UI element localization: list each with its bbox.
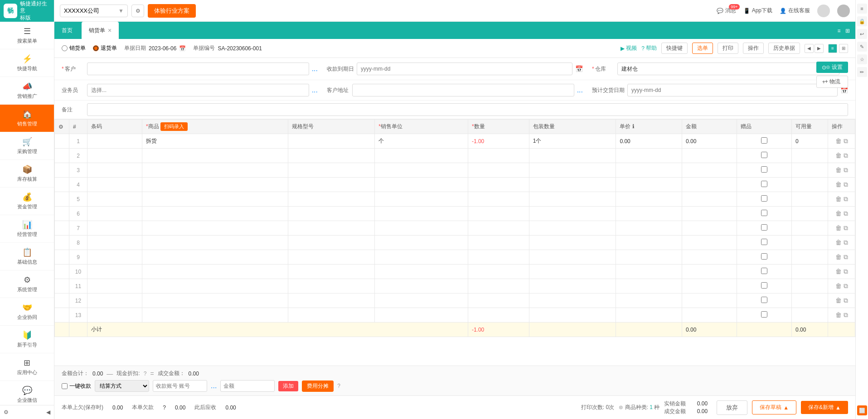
cell-spec-13[interactable] [288,308,375,323]
cell-qty-13[interactable] [468,308,529,323]
rsb-icon-edit[interactable]: ✎ [857,42,867,52]
sidebar-item-purchase[interactable]: 🛒 采购管理 [0,132,54,160]
sidebar-collapse-icon[interactable]: ◀ [46,409,50,415]
cell-unit-2[interactable] [375,149,468,163]
app-download-group[interactable]: 📱 App下载 [743,7,772,14]
row-delete-11[interactable]: 🗑 [835,282,842,290]
cell-product-1[interactable]: 拆货 [142,134,288,149]
cell-price-7[interactable] [616,221,682,236]
cell-spec-9[interactable] [288,250,375,265]
cell-price-13[interactable] [616,308,682,323]
cell-spec-7[interactable] [288,221,375,236]
cell-amount-8[interactable] [682,236,737,250]
radio-sales-order[interactable]: 销货单 [62,44,86,52]
message-group[interactable]: 💬 消息 99+ [717,7,736,14]
print-button[interactable]: 打印 [718,43,738,54]
cell-pack-13[interactable] [529,308,616,323]
cell-amount-2[interactable] [682,149,737,163]
cell-product-12[interactable] [142,294,288,308]
tab-close-icon[interactable]: × [108,27,112,34]
sidebar-item-search[interactable]: ☰ 搜索菜单 [0,22,54,49]
cell-gift-3[interactable] [737,163,791,178]
cell-product-10[interactable] [142,265,288,279]
salesperson-ellipsis[interactable]: ... [312,86,318,94]
cell-amount-13[interactable] [682,308,737,323]
view-grid-icon[interactable]: ⊞ [839,44,848,53]
cell-unit-4[interactable] [375,178,468,192]
cell-unit-9[interactable] [375,250,468,265]
row-copy-4[interactable]: ⧉ [844,181,848,188]
cell-price-4[interactable] [616,178,682,192]
save-new-dropdown-icon[interactable]: ▲ [835,405,841,411]
cell-pack-12[interactable] [529,294,616,308]
cell-qty-12[interactable] [468,294,529,308]
cell-pack-10[interactable] [529,265,616,279]
cell-spec-6[interactable] [288,207,375,221]
cell-qty-6[interactable] [468,207,529,221]
gift-checkbox-5[interactable] [761,195,767,202]
row-copy-11[interactable]: ⧉ [844,282,848,290]
cell-barcode-5[interactable] [87,192,142,207]
this-order-short-icon[interactable]: ? [163,405,166,411]
cell-spec-3[interactable] [288,163,375,178]
row-copy-13[interactable]: ⧉ [844,311,848,319]
row-delete-12[interactable]: 🗑 [835,297,842,304]
cell-amount-10[interactable] [682,265,737,279]
company-selector[interactable]: XXXXXX公司 ▼ [60,5,128,17]
cell-price-5[interactable] [616,192,682,207]
row-copy-12[interactable]: ⧉ [844,297,848,304]
cell-pack-9[interactable] [529,250,616,265]
cell-qty-7[interactable] [468,221,529,236]
gift-checkbox-13[interactable] [761,311,767,318]
warehouse-input[interactable] [617,63,839,75]
cell-price-10[interactable] [616,265,682,279]
rsb-icon-lock[interactable]: 🔒 [857,16,867,26]
sidebar-item-operation[interactable]: 📊 经营管理 [0,215,54,243]
customer-input[interactable] [87,63,309,75]
cell-unit-7[interactable] [375,221,468,236]
cell-pack-8[interactable] [529,236,616,250]
row-delete-1[interactable]: 🗑 [835,137,842,145]
cell-unit-5[interactable] [375,192,468,207]
cell-product-13[interactable] [142,308,288,323]
cell-price-6[interactable] [616,207,682,221]
video-link[interactable]: ▶ 视频 [621,44,637,52]
tab-layout-icon1[interactable]: ≡ [838,28,841,34]
customer-addr-ellipsis[interactable]: ... [577,86,583,94]
rsb-icon-undo[interactable]: ↩ [857,29,867,39]
amount-input[interactable] [220,380,275,392]
cell-barcode-2[interactable] [87,149,142,163]
flow-button[interactable]: + + 物流 [816,76,848,88]
cell-product-9[interactable] [142,250,288,265]
row-copy-7[interactable]: ⧉ [844,224,848,232]
cell-gift-13[interactable] [737,308,791,323]
customer-addr-input[interactable] [352,84,574,96]
cell-product-11[interactable] [142,279,288,294]
cell-unit-6[interactable] [375,207,468,221]
cell-unit-13[interactable] [375,308,468,323]
cell-gift-11[interactable] [737,279,791,294]
cell-barcode-10[interactable] [87,265,142,279]
date-calendar-icon[interactable]: 📅 [179,45,186,52]
cell-qty-5[interactable] [468,192,529,207]
fee-split-button[interactable]: 费用分摊 [302,380,334,392]
sidebar-settings-icon[interactable]: ⚙ [4,409,9,415]
cell-product-2[interactable] [142,149,288,163]
row-delete-8[interactable]: 🗑 [835,239,842,246]
tab-layout-icon2[interactable]: ⊞ [845,28,850,34]
row-delete-2[interactable]: 🗑 [835,152,842,159]
avatar2[interactable] [837,5,850,17]
cell-spec-4[interactable] [288,178,375,192]
sidebar-item-marketing[interactable]: 📣 营销推广 [0,77,54,105]
th-settings[interactable]: ⚙ [55,120,69,134]
gift-checkbox-9[interactable] [761,253,767,260]
row-copy-9[interactable]: ⧉ [844,253,848,261]
sidebar-item-quick-nav[interactable]: ⚡ 快捷导航 [0,49,54,77]
cell-pack-6[interactable] [529,207,616,221]
cell-amount-5[interactable] [682,192,737,207]
cell-unit-12[interactable] [375,294,468,308]
cell-barcode-12[interactable] [87,294,142,308]
sidebar-item-enterprise[interactable]: 🤝 企业协同 [0,298,54,326]
cell-amount-6[interactable] [682,207,737,221]
scan-button[interactable]: 扫码录入 [160,122,188,131]
